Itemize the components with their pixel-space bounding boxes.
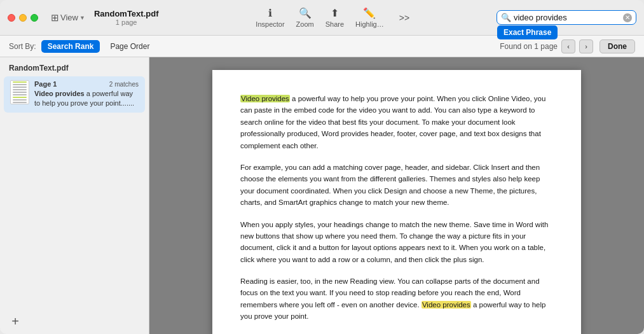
sidebar: RandomText.pdf Page 1 2 matc xyxy=(0,57,149,334)
sort-by-label: Sort By: xyxy=(9,42,36,51)
sidebar-item-info: Page 1 2 matches Video provides a powerf… xyxy=(34,80,139,109)
next-result-button[interactable]: › xyxy=(579,39,593,53)
pdf-page: Video provides a powerful way to help yo… xyxy=(212,70,581,334)
more-tools-button[interactable]: >> xyxy=(397,11,412,24)
view-button[interactable]: ⊞ View ▼ xyxy=(48,11,88,25)
file-info: RandomText.pdf 1 page xyxy=(94,9,159,26)
search-area: 🔍 ✕ Exact Phrase xyxy=(497,10,636,25)
minimize-button[interactable] xyxy=(19,14,27,22)
sidebar-page-label: Page 1 xyxy=(34,80,57,88)
toolbar-buttons: ℹ Inspector 🔍 Zoom ⬆ Share ✏️ Highlig… xyxy=(256,7,383,28)
file-name: RandomText.pdf xyxy=(94,9,159,18)
inspector-icon: ℹ xyxy=(268,7,272,19)
highlight-label: Highlig… xyxy=(355,20,384,28)
maximize-button[interactable] xyxy=(31,14,38,22)
sidebar-item-header: Page 1 2 matches xyxy=(34,80,139,88)
thumb-line xyxy=(13,92,27,93)
highlight-green-1: Video provides xyxy=(240,95,290,102)
highlight-icon: ✏️ xyxy=(363,7,376,19)
search-icon: 🔍 xyxy=(501,13,511,22)
found-text: Found on 1 page xyxy=(500,42,558,51)
add-page-button[interactable]: + xyxy=(8,314,23,329)
inspector-label: Inspector xyxy=(256,20,284,28)
search-clear-button[interactable]: ✕ xyxy=(623,13,632,22)
sidebar-snippet: Video provides a powerful way to help yo… xyxy=(34,89,139,109)
pdf-paragraph: Reading is easier, too, in the new Readi… xyxy=(240,275,553,323)
highlight-button[interactable]: ✏️ Highlig… xyxy=(355,7,384,28)
thumb-line xyxy=(13,84,27,85)
thumb-line-highlight xyxy=(13,97,27,98)
thumb-line-highlight xyxy=(13,81,27,83)
share-icon: ⬆ xyxy=(331,7,339,19)
prev-result-button[interactable]: ‹ xyxy=(561,39,575,53)
highlight-yellow-1: Video provides xyxy=(421,301,471,309)
search-rank-button[interactable]: Search Rank xyxy=(41,40,100,53)
share-label: Share xyxy=(325,20,344,28)
thumb-line xyxy=(13,89,27,90)
titlebar: ⊞ View ▼ RandomText.pdf 1 page ℹ Inspect… xyxy=(0,0,644,36)
thumb-line xyxy=(13,102,27,103)
thumbnail-lines xyxy=(11,80,29,104)
thumb-line xyxy=(13,94,27,95)
main-area: RandomText.pdf Page 1 2 matc xyxy=(0,57,644,334)
sidebar-title: RandomText.pdf xyxy=(0,57,149,76)
close-button[interactable] xyxy=(8,14,15,22)
share-button[interactable]: ⬆ Share xyxy=(325,7,344,28)
search-input[interactable] xyxy=(514,13,620,22)
traffic-lights xyxy=(8,14,38,22)
sidebar-footer: + xyxy=(0,309,149,334)
zoom-icon: 🔍 xyxy=(299,7,312,19)
thumb-line xyxy=(13,99,27,101)
zoom-label: Zoom xyxy=(296,20,314,28)
done-button[interactable]: Done xyxy=(599,39,635,53)
pdf-paragraph: When you apply styles, your headings cha… xyxy=(240,219,553,266)
pdf-paragraph: For example, you can add a matching cove… xyxy=(240,162,553,209)
more-icon: >> xyxy=(399,13,409,23)
search-box: 🔍 ✕ Exact Phrase xyxy=(497,10,636,25)
inspector-button[interactable]: ℹ Inspector xyxy=(256,7,284,28)
file-pages: 1 page xyxy=(116,18,137,26)
sidebar-matches-badge: 2 matches xyxy=(109,81,139,88)
pdf-paragraph: Video provides a powerful way to help yo… xyxy=(240,93,553,151)
page-thumbnail xyxy=(10,80,29,104)
found-status: Found on 1 page ‹ › Done xyxy=(500,39,635,53)
view-control: ⊞ View ▼ xyxy=(48,11,88,25)
list-item[interactable]: Page 1 2 matches Video provides a powerf… xyxy=(4,76,145,113)
page-order-button[interactable]: Page Order xyxy=(105,40,154,53)
zoom-button[interactable]: 🔍 Zoom xyxy=(296,7,314,28)
pdf-area[interactable]: Video provides a powerful way to help yo… xyxy=(149,57,644,334)
sidebar-snippet-bold: Video provides xyxy=(34,90,85,97)
thumb-line xyxy=(13,87,27,88)
exact-phrase-button[interactable]: Exact Phrase xyxy=(497,25,558,39)
view-label: View xyxy=(60,13,78,22)
